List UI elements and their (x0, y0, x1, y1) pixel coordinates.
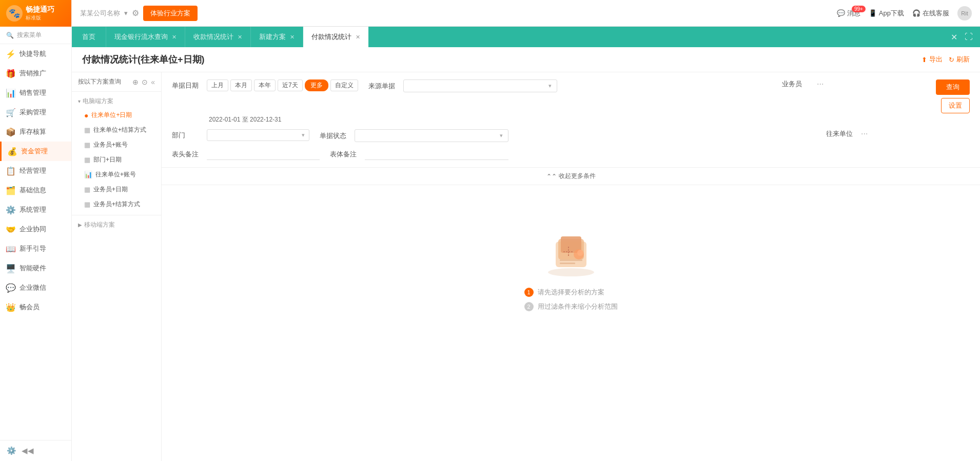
shortcut-icon: ⚡ (6, 49, 15, 58)
scheme-settings-btn[interactable]: ⊙ (142, 78, 148, 86)
refresh-label: 刷新 (956, 55, 970, 64)
table-header-note-input[interactable] (207, 148, 320, 160)
sidebar-item-wechat[interactable]: 💬 企业微信 (0, 278, 71, 297)
gift-icon: 🎁 (6, 69, 15, 78)
group-arrow-icon: ▾ (78, 98, 81, 104)
sidebar-item-purchase[interactable]: 🛒 采购管理 (0, 103, 71, 122)
filter-salesman-item: 业务员 ··· (782, 79, 926, 89)
user-avatar[interactable]: Rit (957, 6, 972, 21)
svg-rect-9 (560, 263, 575, 264)
refresh-btn[interactable]: ↻ 刷新 (949, 55, 970, 64)
clipboard-icon: 📋 (6, 166, 15, 175)
filter-area: 单据日期 上月 本月 本年 近7天 更多 自定义 (162, 72, 980, 461)
tab-payment[interactable]: 付款情况统计 ✕ (303, 27, 368, 47)
trial-btn[interactable]: 体验行业方案 (143, 6, 198, 21)
sidebar-item-sales[interactable]: 📊 销售管理 (0, 83, 71, 103)
sidebar-item-capital[interactable]: 💰 资金管理 (0, 142, 71, 161)
tab-new-close[interactable]: ✕ (290, 34, 295, 41)
bar-chart-icon: 📊 (84, 171, 92, 178)
sidebar-item-label: 企业微信 (19, 283, 46, 292)
collapse-sidebar-btn[interactable]: ◀◀ (23, 446, 33, 456)
sidebar-item-system[interactable]: ⚙️ 系统管理 (0, 200, 71, 219)
scheme-item-label: 往来单位+账号 (95, 170, 136, 179)
scheme-item-salesman-date[interactable]: ▦ 业务员+日期 (72, 182, 161, 197)
page-header: 付款情况统计(往来单位+日期) ⬆ 导出 ↻ 刷新 (72, 47, 980, 72)
scheme-item-partner-settle[interactable]: ▦ 往来单位+结算方式 (72, 123, 161, 137)
tab-expand-btn[interactable]: ⛶ (963, 30, 975, 44)
sidebar-item-marketing[interactable]: 🎁 营销推广 (0, 64, 71, 83)
date-btn-last-month[interactable]: 上月 (207, 79, 228, 91)
book-icon: 📖 (6, 244, 15, 253)
sidebar-item-operation[interactable]: 📋 经营管理 (0, 161, 71, 181)
salesman-dots-btn[interactable]: ··· (817, 79, 824, 89)
radio-active-icon: ● (84, 111, 88, 119)
tab-home[interactable]: 首页 (72, 27, 106, 47)
tab-payment-close[interactable]: ✕ (356, 34, 360, 41)
table-icon-5: ▦ (84, 201, 90, 208)
crown-icon: 👑 (6, 303, 15, 312)
page-header-actions: ⬆ 导出 ↻ 刷新 (922, 55, 970, 64)
chat-icon: 💬 (6, 283, 15, 292)
online-service-label: 在线客服 (923, 9, 949, 18)
app-download-label: App下载 (879, 9, 904, 18)
date-btn-custom[interactable]: 自定义 (330, 79, 358, 91)
collapse-more-btn[interactable]: ⌃⌃ 收起更多条件 (162, 168, 980, 185)
sidebar-item-label: 智能硬件 (19, 264, 46, 273)
tab-bank[interactable]: 现金银行流水查询 ✕ (106, 27, 185, 47)
date-btn-more[interactable]: 更多 (305, 79, 328, 91)
tab-bank-close[interactable]: ✕ (172, 34, 177, 41)
status-select[interactable]: ▾ (355, 129, 508, 142)
scheme-item-salesman-account[interactable]: ▦ 业务员+账号 (72, 137, 161, 152)
sidebar-item-guide[interactable]: 📖 新手引导 (0, 239, 71, 258)
company-dropdown-arrow[interactable]: ▾ (124, 9, 128, 17)
hardware-icon: 🖥️ (6, 264, 15, 273)
settings-bottom-btn[interactable]: ⚙️ (6, 446, 16, 456)
add-scheme-btn[interactable]: ⊕ (132, 78, 139, 86)
sidebar-item-basic[interactable]: 🗂️ 基础信息 (0, 181, 71, 200)
sidebar-search[interactable]: 🔍 搜索菜单 (0, 27, 71, 44)
scheme-list-desktop: ● 往来单位+日期 ▦ 往来单位+结算方式 ▦ 业务员+账号 ▦ 部门+日期 (72, 108, 161, 212)
message-btn[interactable]: 💬 消息 99+ (837, 9, 860, 18)
collapse-scheme-btn[interactable]: « (151, 78, 155, 86)
source-select[interactable]: ▾ (403, 79, 557, 92)
filter-table-body-note: 表体备注 (330, 148, 970, 160)
query-btn[interactable]: 查询 (936, 79, 970, 95)
export-btn[interactable]: ⬆ 导出 (922, 55, 943, 64)
sidebar-item-label: 库存核算 (19, 127, 46, 136)
date-range-display: 2022-01-01 至 2022-12-31 (172, 115, 970, 124)
scheme-group-desktop-title[interactable]: ▾ 电脑端方案 (72, 95, 161, 108)
sidebar-item-inventory[interactable]: 📦 库存核算 (0, 122, 71, 142)
chart-icon: 📊 (6, 88, 15, 97)
partner-dots-btn[interactable]: ··· (861, 129, 868, 138)
scheme-mobile-group: ▶ 移动端方案 (72, 215, 161, 234)
tab-receipt-close[interactable]: ✕ (238, 34, 242, 41)
header-gear-btn[interactable]: ⚙ (132, 8, 139, 18)
scheme-item-partner-date[interactable]: ● 往来单位+日期 (72, 108, 161, 123)
online-service-btn[interactable]: 🎧 在线客服 (912, 9, 949, 18)
dept-select[interactable]: ▾ (207, 129, 309, 141)
tab-receipt[interactable]: 收款情况统计 ✕ (185, 27, 251, 47)
sidebar-item-enterprise[interactable]: 🤝 企业协同 (0, 219, 71, 239)
sidebar-item-label: 销售管理 (19, 88, 46, 97)
date-btn-7days[interactable]: 近7天 (278, 79, 303, 91)
empty-tip-2-text: 用过滤条件来缩小分析范围 (538, 302, 618, 311)
date-btn-this-month[interactable]: 本月 (230, 79, 252, 91)
app-download-btn[interactable]: 📱 App下载 (869, 9, 904, 18)
sidebar-item-label: 企业协同 (19, 225, 46, 234)
source-label: 来源单据 (368, 82, 399, 91)
scheme-item-dept-date[interactable]: ▦ 部门+日期 (72, 152, 161, 167)
dept-label: 部门 (172, 131, 203, 140)
box-icon: 📦 (6, 127, 15, 136)
tab-new[interactable]: 新建方案 ✕ (251, 27, 303, 47)
sidebar-item-hardware[interactable]: 🖥️ 智能硬件 (0, 258, 71, 278)
tab-close-all-btn[interactable]: ✕ (949, 30, 959, 44)
sidebar-item-shortcut[interactable]: ⚡ 快捷导航 (0, 44, 71, 64)
setting-btn[interactable]: 设置 (941, 98, 970, 113)
scheme-item-partner-account[interactable]: 📊 往来单位+账号 (72, 167, 161, 182)
scheme-group-mobile-title[interactable]: ▶ 移动端方案 (72, 218, 161, 231)
table-body-note-input[interactable] (365, 148, 508, 160)
scheme-item-salesman-settle[interactable]: ▦ 业务员+结算方式 (72, 197, 161, 212)
sidebar-item-vip[interactable]: 👑 畅会员 (0, 297, 71, 317)
content-body: 按以下方案查询 ⊕ ⊙ « ▾ 电脑端方案 ● 往来单位+日期 (72, 72, 980, 461)
date-btn-this-year[interactable]: 本年 (254, 79, 276, 91)
